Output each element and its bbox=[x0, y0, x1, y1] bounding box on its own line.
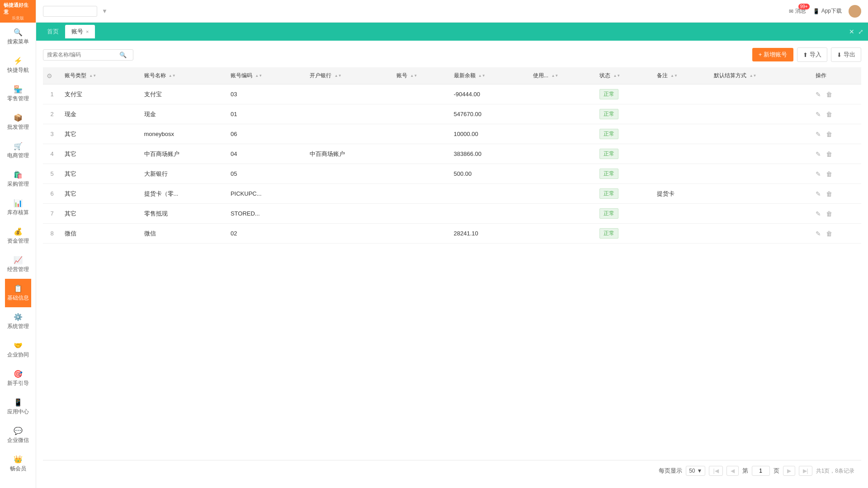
edit-button-3[interactable]: ✎ bbox=[816, 150, 821, 158]
delete-button-7[interactable]: 🗑 bbox=[826, 230, 832, 237]
user-avatar[interactable] bbox=[849, 5, 861, 18]
sidebar-label-15: 畅会员 bbox=[10, 465, 26, 473]
message-button[interactable]: ✉ 消息 99+ bbox=[789, 7, 806, 15]
sidebar-item-1[interactable]: ⚡快捷导航 bbox=[5, 51, 31, 80]
cell-balance-2: 10000.00 bbox=[450, 124, 530, 144]
last-page-button[interactable]: ▶| bbox=[799, 466, 812, 476]
maximize-icon[interactable]: ⤢ bbox=[858, 28, 863, 35]
col-usage-label: 使用... bbox=[533, 72, 548, 79]
sort-remark-icon[interactable]: ▲▼ bbox=[670, 74, 678, 78]
cell-name-5: 提货卡（零... bbox=[141, 184, 227, 204]
column-settings-icon[interactable]: ⚙ bbox=[47, 72, 52, 80]
sort-type-icon[interactable]: ▲▼ bbox=[89, 74, 96, 78]
edit-button-7[interactable]: ✎ bbox=[816, 230, 821, 237]
cell-usage-1 bbox=[529, 104, 596, 124]
first-page-button[interactable]: |◀ bbox=[709, 466, 722, 476]
sidebar-item-9[interactable]: 📋基础信息 bbox=[5, 279, 31, 307]
export-label: 导出 bbox=[844, 51, 855, 59]
col-status-label: 状态 bbox=[599, 72, 610, 79]
cell-name-4: 大新银行 bbox=[141, 164, 227, 184]
sidebar-item-7[interactable]: 💰资金管理 bbox=[5, 222, 31, 250]
sort-account-icon[interactable]: ▲▼ bbox=[410, 74, 417, 78]
cell-type-1: 现金 bbox=[61, 104, 141, 124]
tab-account[interactable]: 账号 × bbox=[65, 25, 95, 38]
edit-button-1[interactable]: ✎ bbox=[816, 111, 821, 118]
sidebar-item-0[interactable]: 🔍搜索菜单 bbox=[5, 23, 31, 51]
cell-usage-6 bbox=[529, 204, 596, 224]
cell-status-0: 正常 bbox=[596, 84, 653, 104]
sidebar-item-6[interactable]: 📊库存核算 bbox=[5, 193, 31, 222]
sort-usage-icon[interactable]: ▲▼ bbox=[551, 74, 558, 78]
sidebar-item-3[interactable]: 📦批发管理 bbox=[5, 108, 31, 136]
close-window-icon[interactable]: ✕ bbox=[849, 28, 854, 35]
cell-code-2: 06 bbox=[227, 124, 307, 144]
sort-bank-icon[interactable]: ▲▼ bbox=[335, 74, 342, 78]
col-type: 账号类型 ▲▼ bbox=[61, 67, 141, 84]
sort-status-icon[interactable]: ▲▼ bbox=[613, 74, 620, 78]
sidebar-item-12[interactable]: 🎯新手引导 bbox=[5, 364, 31, 393]
export-button[interactable]: ⬇ 导出 bbox=[831, 47, 861, 62]
edit-button-4[interactable]: ✎ bbox=[816, 170, 821, 178]
cell-code-7: 02 bbox=[227, 224, 307, 244]
sidebar-item-2[interactable]: 🏪零售管理 bbox=[5, 80, 31, 108]
chevron-down-icon[interactable]: ▼ bbox=[102, 8, 108, 14]
sidebar-item-5[interactable]: 🛍️采购管理 bbox=[5, 165, 31, 193]
sort-settlement-icon[interactable]: ▲▼ bbox=[750, 74, 757, 78]
col-remark-label: 备注 bbox=[657, 72, 668, 79]
sidebar-item-10[interactable]: ⚙️系统管理 bbox=[5, 307, 31, 336]
add-account-button[interactable]: + 新增账号 bbox=[752, 48, 793, 61]
cell-account-0 bbox=[393, 84, 450, 104]
sidebar-label-10: 系统管理 bbox=[7, 323, 29, 330]
search-input[interactable] bbox=[47, 52, 119, 58]
cell-remark-5: 提货卡 bbox=[653, 184, 711, 204]
cell-type-7: 微信 bbox=[61, 224, 141, 244]
toolbar-right: + 新增账号 ⬆ 导入 ⬇ 导出 bbox=[752, 47, 861, 62]
delete-button-6[interactable]: 🗑 bbox=[826, 210, 832, 217]
cell-balance-6 bbox=[450, 204, 530, 224]
export-icon: ⬇ bbox=[837, 52, 842, 58]
delete-button-0[interactable]: 🗑 bbox=[826, 91, 832, 98]
cell-name-0: 支付宝 bbox=[141, 84, 227, 104]
edit-button-6[interactable]: ✎ bbox=[816, 210, 821, 217]
sidebar-item-8[interactable]: 📈经营管理 bbox=[5, 250, 31, 279]
delete-button-4[interactable]: 🗑 bbox=[826, 170, 832, 178]
sidebar-icon-11: 🤝 bbox=[14, 341, 23, 350]
import-label: 导入 bbox=[810, 51, 821, 59]
tab-close-icon[interactable]: × bbox=[86, 29, 89, 34]
top-search-input[interactable] bbox=[43, 6, 97, 17]
import-button[interactable]: ⬆ 导入 bbox=[797, 47, 827, 62]
page-number-input[interactable] bbox=[752, 466, 770, 476]
sidebar-item-14[interactable]: 💬企业微信 bbox=[5, 421, 31, 450]
cell-name-2: moneybosx bbox=[141, 124, 227, 144]
sidebar-item-15[interactable]: 👑畅会员 bbox=[5, 450, 31, 478]
sort-balance-icon[interactable]: ▲▼ bbox=[478, 74, 486, 78]
col-remark: 备注 ▲▼ bbox=[653, 67, 711, 84]
pagination: 每页显示 50 ▼ |◀ ◀ 第 页 ▶ ▶| 共1页，8条记录 bbox=[43, 460, 861, 481]
cell-code-5: PICKUPC... bbox=[227, 184, 307, 204]
status-badge-1: 正常 bbox=[599, 109, 618, 119]
sort-code-icon[interactable]: ▲▼ bbox=[255, 74, 262, 78]
sidebar-item-11[interactable]: 🤝企业协同 bbox=[5, 336, 31, 364]
delete-button-2[interactable]: 🗑 bbox=[826, 131, 832, 138]
delete-button-3[interactable]: 🗑 bbox=[826, 150, 832, 158]
sidebar-item-13[interactable]: 📱应用中心 bbox=[5, 393, 31, 421]
search-icon[interactable]: 🔍 bbox=[119, 52, 127, 58]
col-name: 账号名称 ▲▼ bbox=[141, 67, 227, 84]
logo-sub: 乐意版 bbox=[12, 15, 24, 21]
edit-button-2[interactable]: ✎ bbox=[816, 131, 821, 138]
per-page-select[interactable]: 50 ▼ bbox=[686, 466, 705, 476]
delete-button-1[interactable]: 🗑 bbox=[826, 111, 832, 118]
tab-home[interactable]: 首页 bbox=[41, 25, 65, 38]
sidebar-label-13: 应用中心 bbox=[7, 408, 29, 416]
sort-name-icon[interactable]: ▲▼ bbox=[169, 74, 176, 78]
row-num-7: 8 bbox=[43, 224, 61, 244]
delete-button-5[interactable]: 🗑 bbox=[826, 190, 832, 197]
cell-usage-5 bbox=[529, 184, 596, 204]
app-download-button[interactable]: 📱 App下载 bbox=[813, 7, 842, 15]
edit-button-0[interactable]: ✎ bbox=[816, 91, 821, 98]
edit-button-5[interactable]: ✎ bbox=[816, 190, 821, 197]
sidebar-item-4[interactable]: 🛒电商管理 bbox=[5, 136, 31, 165]
next-page-button[interactable]: ▶ bbox=[783, 466, 795, 476]
prev-page-button[interactable]: ◀ bbox=[726, 466, 739, 476]
table-row: 8 微信 微信 02 28241.10 正常 ✎ 🗑 bbox=[43, 224, 861, 244]
